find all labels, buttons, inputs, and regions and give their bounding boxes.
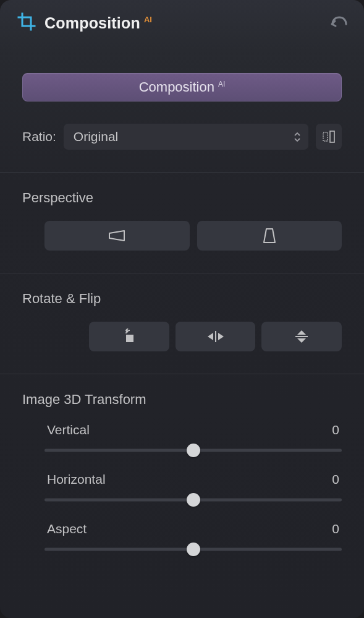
svg-rect-1 [330,131,334,142]
perspective-buttons [22,221,342,251]
ratio-value: Original [74,129,118,144]
rotate-button[interactable] [89,322,169,351]
slider-label: Aspect [47,521,87,536]
composition-panel: Composition AI Composition AI Ratio: Ori… [0,0,364,618]
rotate-icon [121,328,137,345]
section-3d-transform: Image 3D Transform Vertical 0 Horizontal… [0,374,364,578]
ratio-select[interactable]: Original [64,124,308,150]
crop-icon [17,12,36,33]
slider-horizontal: Horizontal 0 [44,472,342,507]
section-rotate-flip: Rotate & Flip [0,273,364,374]
slider-value: 0 [332,472,339,487]
transform3d-title: Image 3D Transform [22,392,342,408]
composition-pill-label: Composition [139,79,214,95]
flip-vertical-icon [294,329,309,344]
rotate-flip-buttons [22,322,342,351]
section-perspective: Perspective [0,173,364,273]
section-composition: Composition AI Ratio: Original [0,48,364,173]
perspective-title: Perspective [22,190,342,206]
svg-rect-0 [323,132,328,141]
slider-thumb[interactable] [187,543,200,556]
slider-aspect: Aspect 0 [44,521,342,556]
aspect-slider[interactable] [44,543,342,556]
panel-header: Composition AI [0,0,364,48]
vertical-slider[interactable] [44,444,342,457]
slider-thumb[interactable] [187,493,200,507]
slider-value: 0 [332,423,339,437]
composition-ai-button[interactable]: Composition AI [22,73,342,101]
perspective-horizontal-icon [106,228,128,243]
slider-label: Vertical [47,423,90,437]
ratio-row: Ratio: Original [22,124,342,150]
undo-button[interactable] [328,12,349,33]
slider-thumb[interactable] [187,444,200,457]
perspective-vertical-icon [261,226,277,245]
slider-label: Horizontal [47,472,106,487]
flip-vertical-button[interactable] [261,322,342,351]
horizontal-slider[interactable] [44,493,342,507]
composition-pill-ai: AI [218,80,225,88]
panel-title: Composition [44,14,140,32]
slider-value: 0 [332,521,339,536]
svg-rect-2 [126,335,133,342]
perspective-horizontal-button[interactable] [44,221,190,251]
orientation-icon [321,130,336,144]
flip-horizontal-button[interactable] [176,322,256,351]
orientation-toggle-button[interactable] [316,124,342,150]
slider-vertical: Vertical 0 [44,423,342,457]
rotate-flip-title: Rotate & Flip [22,291,342,307]
flip-horizontal-icon [206,330,225,343]
chevron-updown-icon [294,132,301,142]
ratio-label: Ratio: [22,129,56,144]
perspective-vertical-button[interactable] [197,221,342,251]
ai-badge: AI [144,15,152,24]
